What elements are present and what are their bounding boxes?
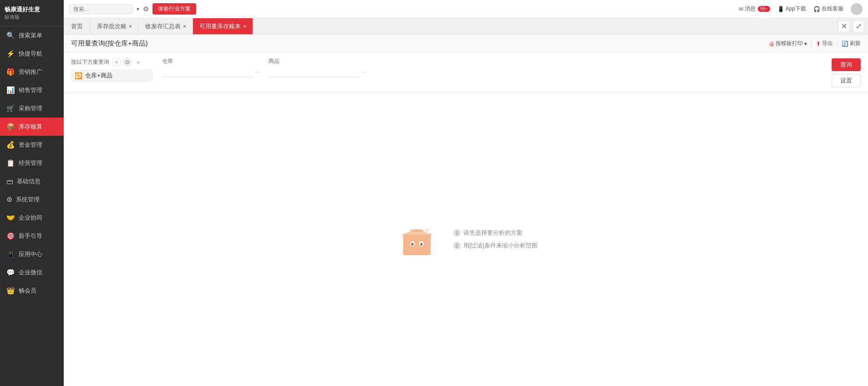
sidebar-item-member[interactable]: 👑 畅会员 [0,282,64,300]
tab-home[interactable]: 首页 [64,18,91,34]
sidebar-icon-app-center: 📱 [6,250,15,258]
filter-area: 按以下方案查询 + ⚙ « 🔁 仓库+商品 仓库 ··· 商 [64,53,868,93]
sidebar-icon-wechat: 💬 [6,268,15,277]
brand-name: 畅康通好生意 [5,5,59,14]
svg-point-6 [411,243,413,246]
goods-input[interactable] [269,67,360,77]
sidebar-label-wechat: 企业微信 [19,268,42,277]
page-header: 可用量查询(按仓库+商品) 🖨 按模板打印 ▾ | ⬆ 导出 | 🔄 刷新 [64,35,868,53]
warehouse-more-btn[interactable]: ··· [255,69,259,75]
tip-num-2: 2 [453,242,461,249]
print-dropdown-icon: ▾ [804,41,807,47]
add-scheme-btn[interactable]: + [112,57,121,67]
settings-scheme-btn[interactable]: ⚙ [123,57,132,67]
sidebar-item-basic[interactable]: 🗃 基础信息 [0,172,64,190]
tab-batch-account[interactable]: 库存批次账× [91,18,139,34]
sidebar: 畅康通好生意 标准版 🔍 搜索菜单 ⚡ 快捷导航 🎁 营销推广 📊 销售管理 🛒… [0,0,64,386]
sidebar-icon-marketing: 🎁 [6,68,15,76]
sidebar-icon-system: ⚙ [6,196,12,204]
sidebar-label-sales: 销售管理 [19,86,42,94]
tab-label-summary: 收发存汇总表 [145,22,181,31]
sidebar-label-inventory: 库存核算 [19,123,42,131]
sidebar-item-newbie[interactable]: 🎯 新手引导 [0,227,64,245]
sidebar-item-operation[interactable]: 📋 经营管理 [0,154,64,172]
sidebar-item-inventory[interactable]: 📦 库存核算 [0,118,64,136]
sidebar-icon-sales: 📊 [6,86,15,94]
divider1: | [811,40,812,47]
brand-sub: 标准版 [5,14,59,21]
avatar[interactable] [851,3,863,15]
tip-1: 1 请先选择要分析的方案 [453,229,538,237]
query-btn[interactable]: 查询 [832,58,861,71]
sidebar-label-purchase: 采购管理 [19,104,42,113]
goods-more-btn[interactable]: ··· [361,69,366,75]
filter-actions: 查询 设置 [832,57,861,87]
export-btn[interactable]: ⬆ 导出 [816,40,833,47]
sidebar-item-app-center[interactable]: 📱 应用中心 [0,245,64,263]
tab-close-available-ledger[interactable]: × [243,23,246,30]
close-tab-btn[interactable]: ✕ [838,21,850,32]
tip-2: 2 用[过滤]条件来缩小分析范围 [453,242,538,250]
sidebar-icon-search: 🔍 [6,31,15,40]
sidebar-item-finance[interactable]: 💰 资金管理 [0,136,64,154]
goods-field: 商品 ··· [269,57,366,77]
expand-btn[interactable]: ⤢ [853,21,864,32]
scheme-item-label: 仓库+商品 [85,72,112,80]
warehouse-label: 仓库 [162,57,259,65]
sidebar-icon-shortcut: ⚡ [6,50,15,58]
topbar-search-input[interactable] [69,4,133,14]
tab-summary[interactable]: 收发存汇总表× [139,18,193,34]
filter-scheme-label: 按以下方案查询 + ⚙ « [71,57,153,67]
online-service-link[interactable]: 🎧 在线客服 [813,5,843,13]
tabs-right-controls: ✕ ⤢ [838,21,868,32]
sidebar-item-shortcut[interactable]: ⚡ 快捷导航 [0,45,64,63]
refresh-btn[interactable]: 🔄 刷新 [842,40,861,47]
sidebar-icon-enterprise: 🤝 [6,214,15,222]
sidebar-icon-basic: 🗃 [6,178,13,185]
sidebar-item-wechat[interactable]: 💬 企业微信 [0,263,64,282]
sidebar-icon-finance: 💰 [6,141,15,149]
sidebar-label-search: 搜索菜单 [19,31,42,40]
tab-label-home: 首页 [71,22,83,31]
sidebar-scroll: 🔍 搜索菜单 ⚡ 快捷导航 🎁 营销推广 📊 销售管理 🛒 采购管理 📦 库存核… [0,26,64,386]
tab-label-batch-account: 库存批次账 [97,22,127,31]
topbar-dropdown-icon[interactable]: ▾ [137,6,139,12]
tip-text-2: 用[过滤]条件来缩小分析范围 [463,242,538,250]
divider2: | [837,40,838,47]
tab-available-ledger[interactable]: 可用量库存账本× [193,18,253,34]
filter-setting-btn[interactable]: 设置 [832,74,861,87]
sidebar-item-purchase[interactable]: 🛒 采购管理 [0,99,64,118]
sidebar-item-marketing[interactable]: 🎁 营销推广 [0,63,64,81]
app-download-link[interactable]: 📱 App下载 [777,5,806,13]
tip-text-1: 请先选择要分析的方案 [463,229,523,237]
print-btn[interactable]: 🖨 按模板打印 ▾ [769,40,807,47]
sidebar-item-search[interactable]: 🔍 搜索菜单 [0,26,64,45]
sidebar-label-enterprise: 企业协同 [19,214,42,222]
main-content: ▾ ⚙ 体验行业方案 ✉ 消息 99+ 📱 App下载 🎧 在线客服 首页库存批… [64,0,868,386]
sidebar-icon-operation: 📋 [6,159,15,167]
warehouse-input[interactable] [162,67,253,77]
tab-close-batch-account[interactable]: × [129,23,132,30]
scheme-item-warehouse-goods[interactable]: 🔁 仓库+商品 [71,69,153,82]
sidebar-header: 畅康通好生意 标准版 [0,0,64,26]
collapse-btn[interactable]: « [137,58,140,66]
sidebar-item-enterprise[interactable]: 🤝 企业协同 [0,209,64,227]
sidebar-label-newbie: 新手引导 [19,232,42,240]
scheme-refresh-icon: 🔁 [75,72,82,79]
sidebar-label-basic: 基础信息 [17,177,41,185]
page-title: 可用量查询(按仓库+商品) [71,39,148,48]
sidebar-label-app-center: 应用中心 [19,250,42,258]
messages-link[interactable]: ✉ 消息 99+ [739,5,770,13]
tab-close-summary[interactable]: × [183,23,186,30]
industry-btn[interactable]: 体验行业方案 [152,3,196,15]
empty-illustration-svg [394,216,440,262]
sidebar-item-system[interactable]: ⚙ 系统管理 [0,190,64,209]
topbar-gear-icon[interactable]: ⚙ [143,5,149,13]
sidebar-label-member: 畅会员 [19,287,36,295]
sidebar-item-sales[interactable]: 📊 销售管理 [0,81,64,99]
sidebar-icon-purchase: 🛒 [6,104,15,113]
topbar: ▾ ⚙ 体验行业方案 ✉ 消息 99+ 📱 App下载 🎧 在线客服 [64,0,868,18]
export-icon: ⬆ [816,41,821,47]
page-actions: 🖨 按模板打印 ▾ | ⬆ 导出 | 🔄 刷新 [769,40,861,47]
sidebar-label-marketing: 营销推广 [19,68,42,76]
